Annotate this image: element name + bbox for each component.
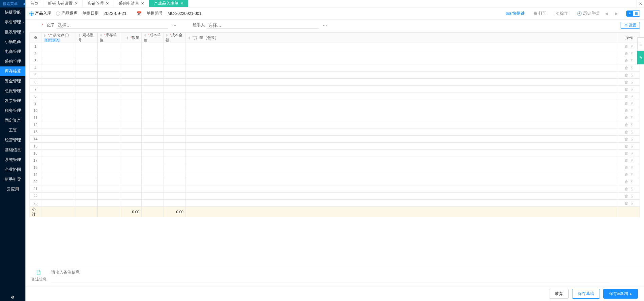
copy-icon[interactable]: ⎘ — [630, 101, 634, 105]
cell-spec[interactable] — [76, 50, 98, 57]
cell-avail[interactable] — [186, 200, 618, 207]
cell-qty[interactable] — [120, 43, 142, 50]
sidebar-item-11[interactable]: 固定资产 — [0, 116, 25, 125]
table-row[interactable]: 10🗑 ⎘ — [30, 107, 640, 114]
col-unit[interactable]: ▲▼ *库存单位 — [98, 33, 120, 43]
abandon-button[interactable]: 放弃 — [549, 289, 569, 299]
cell-unit[interactable] — [98, 50, 120, 57]
cell-product[interactable] — [41, 114, 76, 121]
cell-unit[interactable] — [98, 114, 120, 121]
table-row[interactable]: 3🗑 ⎘ — [30, 57, 640, 64]
cell-cost-price[interactable] — [142, 171, 163, 178]
sidebar-item-6[interactable]: 库存核算 — [0, 66, 25, 76]
cell-spec[interactable] — [76, 79, 98, 86]
cell-cost-price[interactable] — [142, 157, 163, 164]
cell-product[interactable] — [41, 64, 76, 72]
cell-cost-amount[interactable] — [163, 121, 186, 128]
cell-spec[interactable] — [76, 121, 98, 128]
ops-button[interactable]: ✲ 操作 — [555, 11, 568, 16]
cell-unit[interactable] — [98, 178, 120, 185]
delete-icon[interactable]: 🗑 — [624, 94, 629, 98]
tab-3[interactable]: 采购申请单✕ — [114, 0, 149, 7]
delete-icon[interactable]: 🗑 — [624, 108, 629, 113]
sidebar-item-13[interactable]: 经营管理 — [0, 135, 25, 145]
cell-product[interactable] — [41, 150, 76, 157]
delete-icon[interactable]: 🗑 — [624, 137, 629, 141]
cell-unit[interactable] — [98, 157, 120, 164]
cell-cost-price[interactable] — [142, 178, 163, 185]
cell-avail[interactable] — [186, 128, 618, 136]
delete-icon[interactable]: 🗑 — [624, 158, 629, 162]
history-prev[interactable]: ◀ — [604, 11, 609, 16]
history-next[interactable]: ▶ — [614, 11, 619, 16]
radio-product-return[interactable]: 产品退库 — [56, 11, 78, 16]
cell-unit[interactable] — [98, 64, 120, 72]
cell-unit[interactable] — [98, 43, 120, 50]
cell-cost-amount[interactable] — [163, 136, 186, 143]
cell-qty[interactable] — [120, 143, 142, 150]
cell-spec[interactable] — [76, 178, 98, 185]
cell-avail[interactable] — [186, 178, 618, 185]
copy-icon[interactable]: ⎘ — [630, 80, 634, 84]
delete-icon[interactable]: 🗑 — [624, 187, 629, 191]
column-settings-button[interactable]: ⚙ 设置 — [621, 22, 640, 29]
table-row[interactable]: 4🗑 ⎘ — [30, 64, 640, 72]
cell-spec[interactable] — [76, 171, 98, 178]
date-input[interactable] — [103, 11, 131, 16]
cell-cost-amount[interactable] — [163, 185, 186, 193]
table-row[interactable]: 23🗑 ⎘ — [30, 200, 640, 207]
cell-qty[interactable] — [120, 121, 142, 128]
cell-cost-amount[interactable] — [163, 193, 186, 200]
copy-icon[interactable]: ⎘ — [630, 87, 634, 91]
sidebar-item-1[interactable]: 零售管理▾ — [0, 17, 25, 27]
cell-cost-amount[interactable] — [163, 79, 186, 86]
sidebar-item-17[interactable]: 新手引导 — [0, 175, 25, 184]
cell-product[interactable] — [41, 86, 76, 93]
cell-avail[interactable] — [186, 57, 618, 64]
cell-avail[interactable] — [186, 150, 618, 157]
view-list[interactable]: ≡ — [626, 11, 633, 17]
sidebar-item-16[interactable]: 企业协同 — [0, 165, 25, 175]
col-cost-amount[interactable]: ▲▼ *成本金额 — [163, 33, 186, 43]
cell-cost-amount[interactable] — [163, 171, 186, 178]
cell-unit[interactable] — [98, 79, 120, 86]
remarks-input[interactable] — [51, 269, 610, 282]
copy-icon[interactable]: ⎘ — [630, 194, 634, 198]
col-cost-price[interactable]: ▲▼ *成本单价 — [142, 33, 163, 43]
cell-qty[interactable] — [120, 50, 142, 57]
cell-qty[interactable] — [120, 114, 142, 121]
delete-icon[interactable]: 🗑 — [624, 201, 629, 205]
cell-qty[interactable] — [120, 57, 142, 64]
cell-product[interactable] — [41, 143, 76, 150]
cell-cost-amount[interactable] — [163, 64, 186, 72]
cell-spec[interactable] — [76, 57, 98, 64]
cell-avail[interactable] — [186, 50, 618, 57]
table-row[interactable]: 2🗑 ⎘ — [30, 50, 640, 57]
cell-spec[interactable] — [76, 200, 98, 207]
cell-qty[interactable] — [120, 64, 142, 72]
cell-cost-price[interactable] — [142, 100, 163, 107]
settings-gear[interactable]: ⚙ — [0, 294, 25, 301]
delete-icon[interactable]: 🗑 — [624, 173, 629, 177]
cell-avail[interactable] — [186, 93, 618, 100]
cell-product[interactable] — [41, 200, 76, 207]
save-draft-button[interactable]: 保存草稿 — [572, 289, 600, 299]
cell-product[interactable] — [41, 79, 76, 86]
sidebar-item-14[interactable]: 基础信息 — [0, 145, 25, 155]
cell-avail[interactable] — [186, 164, 618, 171]
cell-qty[interactable] — [120, 72, 142, 79]
cell-unit[interactable] — [98, 136, 120, 143]
sidebar-item-5[interactable]: 采购管理 — [0, 57, 25, 66]
delete-icon[interactable]: 🗑 — [624, 52, 629, 56]
cell-spec[interactable] — [76, 43, 98, 50]
table-row[interactable]: 11🗑 ⎘ — [30, 114, 640, 121]
cell-cost-amount[interactable] — [163, 93, 186, 100]
cell-unit[interactable] — [98, 57, 120, 64]
cell-spec[interactable] — [76, 100, 98, 107]
cell-avail[interactable] — [186, 136, 618, 143]
table-row[interactable]: 12🗑 ⎘ — [30, 121, 640, 128]
cell-avail[interactable] — [186, 185, 618, 193]
cell-cost-price[interactable] — [142, 79, 163, 86]
table-row[interactable]: 6🗑 ⎘ — [30, 79, 640, 86]
delete-icon[interactable]: 🗑 — [624, 80, 629, 84]
